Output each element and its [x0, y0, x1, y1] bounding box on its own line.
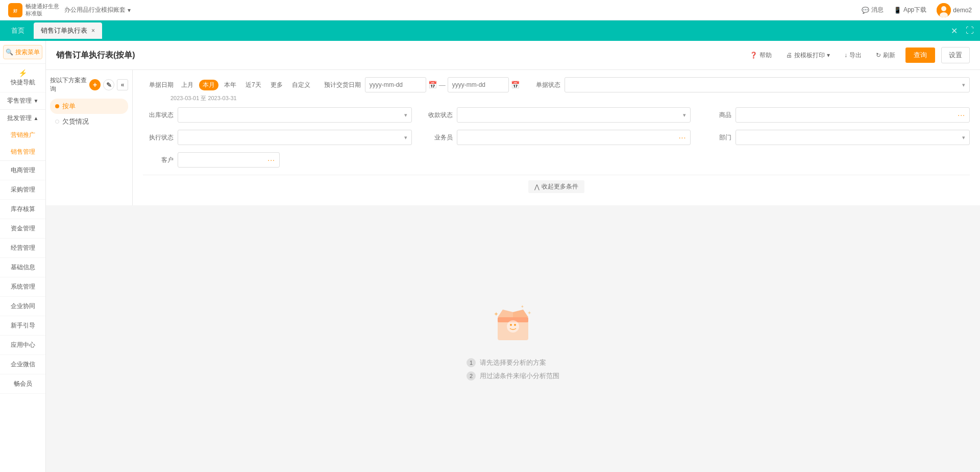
refresh-btn[interactable]: ↻ 刷新: [872, 49, 899, 62]
filter-sidebar-icons: + ✎ «: [89, 79, 128, 90]
empty-tip-2: 2 用过滤条件来缩小分析范围: [467, 371, 559, 381]
message-btn[interactable]: 💬 消息: [862, 6, 884, 14]
page-title: 销售订单执行表(按单): [56, 50, 135, 67]
tab-close-all-icon[interactable]: ✕: [949, 24, 960, 38]
empty-tips: 1 请先选择要分析的方案 2 用过滤条件来缩小分析范围: [467, 358, 559, 381]
sidebar-item-guide[interactable]: 新手引导: [0, 316, 45, 336]
collapse-btn[interactable]: ⋀ 收起更多条件: [528, 180, 584, 193]
finance-label: 资金管理: [11, 224, 35, 233]
preset-more[interactable]: 更多: [267, 80, 286, 90]
tab-close-icon[interactable]: ×: [91, 27, 95, 34]
app-title[interactable]: 办公用品行业模拟账套 ▾: [64, 6, 131, 14]
filter-footer: ⋀ 收起更多条件: [143, 175, 970, 198]
status-dropdown-icon: ▾: [962, 82, 965, 88]
filter-field-status: 单据状态 ▾: [530, 77, 970, 92]
filter-field-exec-status: 执行状态 ▾: [143, 130, 412, 145]
preset-7days[interactable]: 近7天: [242, 80, 265, 90]
preset-custom[interactable]: 自定义: [288, 80, 314, 90]
quick-nav-label: 快捷导航: [11, 78, 35, 87]
preset-this-year[interactable]: 本年: [220, 80, 240, 90]
delivery-dropdown-icon: ▾: [404, 112, 407, 119]
filter-panel-inner: 按以下方案查询 + ✎ « 按单 欠货情况: [46, 70, 980, 205]
wholesale-group-header[interactable]: 批发管理 ▲: [0, 110, 45, 127]
preset-this-month[interactable]: 本月: [199, 80, 218, 90]
sidebar-item-finance[interactable]: 资金管理: [0, 219, 45, 239]
sidebar-item-ecommerce[interactable]: 电商管理: [0, 161, 45, 180]
filter-field-delivery: 出库状态 ▾: [143, 107, 412, 123]
user-menu[interactable]: demo2: [937, 3, 972, 17]
add-scheme-btn[interactable]: +: [89, 79, 101, 90]
edit-scheme-btn[interactable]: ✎: [103, 79, 114, 90]
sidebar-item-member[interactable]: 畅会员: [0, 374, 45, 394]
sidebar-sub-sales[interactable]: 销售管理: [0, 144, 45, 160]
sidebar-sub-marketing[interactable]: 营销推广: [0, 127, 45, 144]
export-icon: ↓: [844, 52, 847, 59]
salesperson-more-icon[interactable]: ···: [679, 133, 687, 141]
customer-select[interactable]: ···: [178, 152, 280, 168]
export-btn[interactable]: ↓ 导出: [840, 49, 866, 62]
sidebar-item-quick-nav[interactable]: ⚡ 快捷导航: [0, 64, 45, 92]
sidebar-item-system[interactable]: 系统管理: [0, 277, 45, 297]
date-presets: 上月 本月 本年 近7天 更多 自定义: [178, 80, 314, 90]
empty-tip-1: 1 请先选择要分析的方案: [467, 358, 559, 367]
guide-label: 新手引导: [11, 321, 35, 330]
filter-field-goods: 商品 ···: [701, 107, 970, 123]
sidebar-item-operations[interactable]: 经营管理: [0, 239, 45, 258]
main-layout: 🔍 搜索菜单 ⚡ 快捷导航 零售管理 ▼ 批发管理 ▲ 营销推广 销售管理: [0, 41, 980, 472]
customer-label: 客户: [143, 156, 174, 164]
sidebar-item-inventory[interactable]: 库存核算: [0, 200, 45, 219]
expected-date-to[interactable]: [448, 77, 509, 92]
tab-expand-icon[interactable]: ⛶: [964, 24, 976, 37]
settings-btn[interactable]: 设置: [941, 47, 970, 63]
goods-select[interactable]: ···: [736, 107, 970, 123]
filter-field-dept: 部门 ▾: [701, 130, 970, 145]
sidebar-item-collab[interactable]: 企业协同: [0, 297, 45, 316]
system-label: 系统管理: [11, 282, 35, 291]
search-menu-btn[interactable]: 🔍 搜索菜单: [3, 45, 42, 59]
tip-num-2: 2: [467, 371, 476, 381]
sidebar-item-basics[interactable]: 基础信息: [0, 258, 45, 277]
sidebar-item-appstore[interactable]: 应用中心: [0, 336, 45, 355]
tab-home[interactable]: 首页: [4, 22, 32, 39]
search-icon: 🔍: [6, 49, 13, 56]
date-label: 单据日期: [143, 81, 174, 89]
help-btn[interactable]: ❓ 帮助: [746, 49, 776, 62]
avatar: [937, 3, 951, 17]
sidebar-item-purchase[interactable]: 采购管理: [0, 180, 45, 200]
print-btn[interactable]: 🖨 按模板打印 ▾: [782, 49, 834, 62]
status-select[interactable]: ▾: [565, 77, 970, 92]
sidebar-item-wechat[interactable]: 企业微信: [0, 355, 45, 374]
page-header-actions: ❓ 帮助 🖨 按模板打印 ▾ ↓ 导出 ↻ 刷新 查询 设置: [746, 47, 970, 69]
download-icon: 📱: [894, 7, 901, 14]
refresh-icon: ↻: [876, 52, 881, 59]
header-right: 💬 消息 📱 App下载 demo2: [862, 3, 972, 17]
operations-label: 经营管理: [11, 244, 35, 252]
tab-current[interactable]: 销售订单执行表 ×: [34, 22, 102, 39]
filter-field-salesperson: 业务员 ···: [422, 130, 691, 145]
svg-point-11: [514, 324, 516, 326]
filter-row-3: 执行状态 ▾ 业务员 ···: [143, 130, 970, 145]
tab-bar: 首页 销售订单执行表 × ✕ ⛶: [0, 20, 980, 41]
exec-status-select[interactable]: ▾: [178, 130, 412, 145]
app-download-btn[interactable]: 📱 App下载: [894, 6, 926, 14]
payment-select[interactable]: ▾: [457, 107, 691, 123]
collapse-sidebar-btn[interactable]: «: [117, 79, 128, 90]
svg-point-3: [941, 6, 946, 11]
query-btn[interactable]: 查询: [905, 48, 935, 63]
marketing-label: 营销推广: [11, 131, 35, 139]
print-icon: 🖨: [786, 52, 792, 59]
expected-date-from[interactable]: [365, 77, 426, 92]
filter-nav-shortage[interactable]: 欠货情况: [50, 114, 128, 129]
filter-nav-byorder[interactable]: 按单: [50, 99, 128, 114]
dept-select[interactable]: ▾: [736, 130, 970, 145]
expected-date-inputs: 📅 — 📅: [365, 77, 520, 92]
results-area: ✦ ✦ ✦ 1 请先选择要分析的方案 2 用过滤条件来缩小分析范围: [46, 205, 980, 472]
wholesale-arrow-icon: ▲: [34, 115, 39, 121]
delivery-select[interactable]: ▾: [178, 107, 412, 123]
goods-more-icon[interactable]: ···: [958, 111, 965, 119]
customer-more-icon[interactable]: ···: [267, 156, 275, 164]
header-left: 好 畅捷通好生意 标准版 办公用品行业模拟账套 ▾: [8, 3, 131, 17]
salesperson-select[interactable]: ···: [457, 130, 691, 145]
retail-group-header[interactable]: 零售管理 ▼: [0, 92, 45, 109]
preset-last-month[interactable]: 上月: [178, 80, 197, 90]
